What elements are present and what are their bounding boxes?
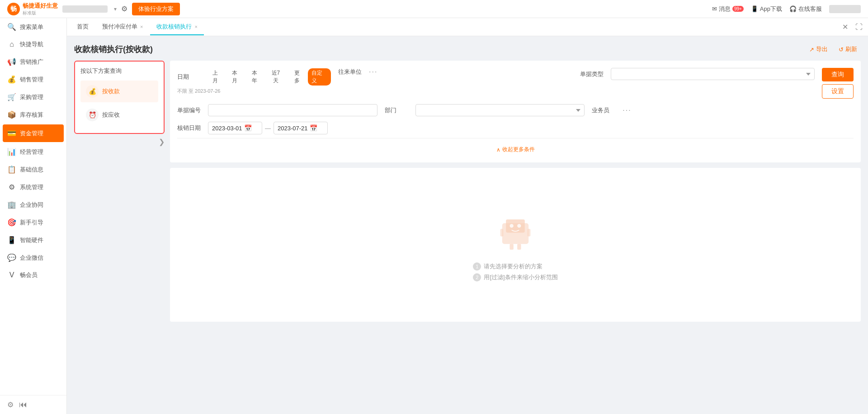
sidebar-item-wechat[interactable]: 💬 企业微信	[0, 249, 66, 266]
last-7days-btn[interactable]: 近7天	[265, 68, 286, 86]
top-header: 畅 畅捷通好生意 标准版 ▾ ⚙ 体验行业方案 ✉ 消息 99+ 📱 App下载…	[0, 0, 868, 18]
action-buttons: 查询 设置	[822, 68, 854, 99]
hardware-icon: 📱	[7, 236, 16, 244]
collapse-more-btn[interactable]: ∧ 收起更多条件	[177, 144, 854, 155]
verify-date-from-input[interactable]: 2023-03-01 📅	[208, 122, 262, 134]
close-prepay-tab-icon[interactable]: ×	[140, 24, 143, 29]
logo-icon: 畅	[7, 3, 20, 15]
bill-type-filter-group: 单据类型	[580, 68, 815, 80]
salesperson-label: 业务员	[592, 106, 619, 114]
svg-rect-6	[500, 229, 504, 237]
cal-to-icon[interactable]: 📅	[310, 124, 317, 132]
close-all-tabs-icon[interactable]: ✕	[840, 21, 850, 33]
bill-no-label: 单据编号	[177, 106, 204, 114]
right-content: 日期 上月 本月 本年 近7天 更多 自定义 不限	[170, 61, 861, 322]
sidebar-item-enterprise[interactable]: 🏢 企业协同	[0, 196, 66, 214]
export-button[interactable]: ↗ 导出	[806, 43, 831, 55]
bill-no-input[interactable]	[208, 104, 377, 116]
sidebar-item-sales[interactable]: 💰 销售管理	[0, 71, 66, 88]
sidebar-item-search-menu[interactable]: 🔍 搜索菜单	[0, 18, 66, 36]
query-by-title: 按以下方案查询	[80, 67, 158, 75]
bill-no-filter-group: 单据编号	[177, 104, 377, 116]
settings-bottom-icon[interactable]: ⚙	[7, 400, 14, 409]
tabs-bar: 首页 预付冲应付单 × 收款核销执行 × ✕ ⛶	[67, 18, 868, 36]
app-download-icon: 📱	[751, 5, 758, 12]
workspace-dropdown-icon[interactable]: ▾	[114, 6, 117, 12]
message-badge: 99+	[732, 6, 744, 12]
svg-rect-4	[509, 244, 513, 250]
step1-num: 1	[473, 262, 481, 271]
bill-type-select[interactable]	[611, 68, 815, 80]
message-icon: ✉	[712, 5, 717, 12]
settings-icon[interactable]: ⚙	[121, 5, 127, 13]
workspace-name	[62, 5, 108, 13]
tabs-left: 首页 预付冲应付单 × 收款核销执行 ×	[71, 19, 204, 35]
sidebar-item-finance[interactable]: 💳 资金管理	[3, 124, 64, 142]
sidebar-item-marketing[interactable]: 📢 营销推广	[0, 53, 66, 71]
last-month-btn[interactable]: 上月	[206, 68, 224, 86]
sidebar-item-hardware[interactable]: 📱 智能硬件	[0, 231, 66, 249]
query-button[interactable]: 查询	[822, 68, 854, 81]
sidebar-collapse-icon[interactable]: ⏮	[19, 400, 27, 409]
query-by-box: 按以下方案查询 💰 按收款 ⏰ 按应收	[74, 61, 165, 134]
member-icon: V	[7, 271, 16, 279]
tabs-right: ✕ ⛶	[840, 21, 864, 33]
salesperson-more-icon[interactable]: ···	[623, 106, 631, 114]
expand-tabs-icon[interactable]: ⛶	[854, 21, 864, 33]
message-action[interactable]: ✉ 消息 99+	[712, 5, 744, 13]
this-year-btn[interactable]: 本年	[245, 68, 264, 86]
tab-receipt-verify[interactable]: 收款核销执行 ×	[150, 19, 203, 35]
page-title-bar: 收款核销执行(按收款) ↗ 导出 ↺ 刷新	[74, 43, 861, 55]
tab-prepay[interactable]: 预付冲应付单 ×	[96, 19, 149, 35]
filter-settings-button[interactable]: 设置	[822, 84, 854, 99]
svg-point-2	[509, 224, 513, 228]
cal-from-icon[interactable]: 📅	[244, 124, 252, 132]
custom-date-badge[interactable]: 自定义	[308, 68, 331, 86]
sidebar-item-basic-info[interactable]: 📋 基础信息	[0, 161, 66, 178]
operations-icon: 📊	[7, 148, 16, 156]
export-icon: ↗	[809, 46, 814, 53]
app-download-action[interactable]: 📱 App下载	[751, 5, 782, 13]
svg-rect-1	[506, 219, 525, 233]
tab-home[interactable]: 首页	[71, 19, 95, 35]
dept-filter-group: 部门	[385, 104, 585, 116]
verify-date-to-input[interactable]: 2023-07-21 📅	[274, 122, 328, 134]
sidebar-item-quick-nav[interactable]: ⌂ 快捷导航	[0, 36, 66, 53]
sidebar: 🔍 搜索菜单 ⌂ 快捷导航 📢 营销推广 💰 销售管理 🛒 采购管理 📦 库存核…	[0, 18, 67, 414]
page-actions: ↗ 导出 ↺ 刷新	[806, 43, 861, 55]
app-name: 畅捷通好生意 标准版	[23, 2, 58, 16]
close-receipt-tab-icon[interactable]: ×	[194, 24, 197, 29]
industry-solution-button[interactable]: 体验行业方案	[132, 3, 180, 15]
filter-panel: 日期 上月 本月 本年 近7天 更多 自定义 不限	[170, 61, 861, 162]
basic-info-icon: 📋	[7, 165, 16, 174]
dept-select[interactable]	[415, 104, 585, 116]
sidebar-item-inventory[interactable]: 📦 库存核算	[0, 106, 66, 124]
sidebar-item-system[interactable]: ⚙ 系统管理	[0, 178, 66, 196]
left-panel: 按以下方案查询 💰 按收款 ⏰ 按应收 ❯	[74, 61, 165, 322]
user-avatar[interactable]	[829, 5, 861, 13]
main-layout: 🔍 搜索菜单 ⌂ 快捷导航 📢 营销推广 💰 销售管理 🛒 采购管理 📦 库存核…	[0, 18, 868, 414]
this-month-btn[interactable]: 本月	[226, 68, 244, 86]
megaphone-icon: 📢	[7, 57, 16, 66]
online-service-action[interactable]: 🎧 在线客服	[789, 5, 822, 13]
receipt-option-icon: 💰	[86, 85, 99, 98]
salesperson-filter-group: 业务员 ···	[592, 106, 792, 114]
wechat-icon: 💬	[7, 253, 16, 262]
sidebar-item-member[interactable]: V 畅会员	[0, 266, 66, 284]
query-option-by-receipt[interactable]: 💰 按收款	[80, 81, 158, 102]
sidebar-item-operations[interactable]: 📊 经营管理	[0, 143, 66, 161]
svg-rect-7	[528, 229, 531, 237]
counterpart-more-icon[interactable]: ···	[369, 68, 377, 76]
left-panel-collapse-icon[interactable]: ❯	[159, 138, 165, 146]
query-option-by-receivable[interactable]: ⏰ 按应收	[80, 104, 158, 126]
sidebar-item-purchase[interactable]: 🛒 采购管理	[0, 88, 66, 106]
more-date-btn[interactable]: 更多	[288, 68, 306, 86]
cart-icon: 🛒	[7, 93, 16, 101]
sidebar-item-guide[interactable]: 🎯 新手引导	[0, 214, 66, 231]
headset-icon: 🎧	[789, 5, 797, 12]
svg-rect-5	[517, 244, 521, 250]
system-icon: ⚙	[7, 183, 16, 191]
header-left: 畅 畅捷通好生意 标准版 ▾ ⚙ 体验行业方案	[7, 2, 180, 16]
refresh-button[interactable]: ↺ 刷新	[835, 43, 861, 55]
app-logo: 畅 畅捷通好生意 标准版	[7, 2, 58, 16]
